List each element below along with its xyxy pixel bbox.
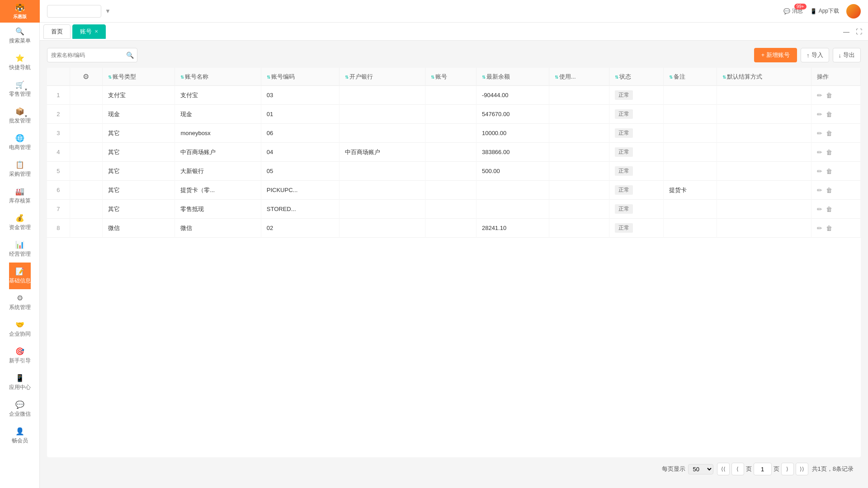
header-dropdown-icon[interactable]: ▼ bbox=[105, 8, 111, 14]
sidebar-item-finance[interactable]: 💰资金管理 bbox=[9, 209, 31, 236]
edit-button[interactable]: ✏ bbox=[817, 168, 822, 175]
edit-button[interactable]: ✏ bbox=[817, 92, 822, 99]
header-search-input[interactable] bbox=[47, 5, 101, 18]
edit-button[interactable]: ✏ bbox=[817, 225, 822, 232]
col-balance[interactable]: ⇅最新余额 bbox=[476, 68, 549, 86]
sidebar-label-corpwechat: 企业微信 bbox=[9, 410, 31, 418]
sidebar-item-retail[interactable]: 🛒零售管理 bbox=[9, 76, 31, 103]
search-box: 🔍 bbox=[47, 48, 137, 62]
row-actions: ✏ 🗑 bbox=[811, 143, 860, 162]
tab-home[interactable]: 首页 bbox=[43, 24, 71, 39]
sidebar-item-appcenter[interactable]: 📱应用中心 bbox=[9, 369, 31, 396]
delete-button[interactable]: 🗑 bbox=[826, 130, 832, 137]
sidebar-label-wholesale: 批发管理 bbox=[9, 117, 31, 125]
edit-button[interactable]: ✏ bbox=[817, 149, 822, 156]
delete-button[interactable]: 🗑 bbox=[826, 168, 832, 175]
col-status[interactable]: ⇅状态 bbox=[609, 68, 663, 86]
row-index: 5 bbox=[47, 162, 70, 181]
table-row: 6 其它 提货卡（零... PICKUPC... 正常 提货卡 ✏ 🗑 bbox=[47, 181, 861, 200]
page-last-button[interactable]: ⟩⟩ bbox=[796, 463, 808, 475]
guide-icon: 🎯 bbox=[15, 347, 24, 356]
col-account[interactable]: ⇅账号 bbox=[425, 68, 476, 86]
page-next-button[interactable]: ⟩ bbox=[781, 463, 794, 475]
sidebar-item-wholesale[interactable]: 📦批发管理 bbox=[9, 103, 31, 129]
delete-button[interactable]: 🗑 bbox=[826, 149, 832, 156]
col-code[interactable]: ⇅账号编码 bbox=[261, 68, 339, 86]
row-type: 其它 bbox=[102, 124, 175, 143]
edit-button[interactable]: ✏ bbox=[817, 206, 822, 213]
row-type: 其它 bbox=[102, 181, 175, 200]
user-avatar[interactable] bbox=[846, 4, 861, 19]
search-button[interactable]: 🔍 bbox=[123, 48, 137, 62]
sidebar-item-system[interactable]: ⚙系统管理 bbox=[9, 289, 31, 316]
message-button[interactable]: 💬 消息 99+ bbox=[783, 7, 803, 15]
search-input[interactable] bbox=[47, 52, 123, 58]
col-type[interactable]: ⇅账号类型 bbox=[102, 68, 175, 86]
import-button[interactable]: ↑ 导入 bbox=[801, 48, 829, 62]
sidebar-item-ecommerce[interactable]: 🌐电商管理 bbox=[9, 129, 31, 156]
row-status: 正常 bbox=[609, 200, 663, 219]
sidebar-item-operations[interactable]: 📊经营管理 bbox=[9, 236, 31, 263]
row-type: 其它 bbox=[102, 162, 175, 181]
top-header: ▼ 💬 消息 99+ 📱 App下载 bbox=[40, 0, 868, 23]
tab-expand-button[interactable]: ⛶ bbox=[854, 26, 864, 37]
add-account-button[interactable]: + 新增账号 bbox=[754, 48, 797, 62]
edit-button[interactable]: ✏ bbox=[817, 187, 822, 194]
sidebar-item-purchase[interactable]: 📋采购管理 bbox=[9, 156, 31, 183]
row-settle bbox=[717, 124, 811, 143]
content-area: 🔍 + 新增账号 ↑ 导入 ↓ 导出 ⚙ bbox=[40, 41, 868, 488]
sidebar: 🐯 乐惠版 🔍搜索菜单⭐快捷导航🛒零售管理📦批发管理🌐电商管理📋采购管理🏭库存核… bbox=[0, 0, 40, 488]
delete-button[interactable]: 🗑 bbox=[826, 111, 832, 118]
wholesale-icon: 📦 bbox=[15, 107, 24, 116]
row-bank bbox=[339, 162, 425, 181]
row-type: 其它 bbox=[102, 143, 175, 162]
col-bank[interactable]: ⇅开户银行 bbox=[339, 68, 425, 86]
tab-account[interactable]: 账号 ✕ bbox=[72, 24, 106, 39]
sidebar-item-quicknav[interactable]: ⭐快捷导航 bbox=[9, 49, 31, 76]
app-download-button[interactable]: 📱 App下载 bbox=[810, 7, 839, 15]
row-account bbox=[425, 124, 476, 143]
tab-account-close[interactable]: ✕ bbox=[94, 29, 98, 34]
col-remark[interactable]: ⇅备注 bbox=[663, 68, 717, 86]
table-container: ⚙ ⇅账号类型 ⇅账号名称 ⇅账号编码 ⇅开户银行 ⇅账号 ⇅最新余额 ⇅使用.… bbox=[47, 68, 861, 457]
page-size-select[interactable]: 50 20 100 bbox=[688, 464, 713, 474]
sidebar-label-inventory: 库存核算 bbox=[9, 197, 31, 205]
col-settle[interactable]: ⇅默认结算方式 bbox=[717, 68, 811, 86]
row-index: 4 bbox=[47, 143, 70, 162]
sidebar-item-corpwechat[interactable]: 💬企业微信 bbox=[9, 396, 31, 422]
delete-button[interactable]: 🗑 bbox=[826, 206, 832, 213]
sidebar-item-member[interactable]: 👤畅会员 bbox=[9, 422, 31, 449]
member-icon: 👤 bbox=[15, 427, 24, 436]
table-settings-icon[interactable]: ⚙ bbox=[83, 73, 89, 80]
row-remark bbox=[663, 162, 717, 181]
sidebar-item-guide[interactable]: 🎯新手引导 bbox=[9, 343, 31, 369]
sidebar-item-basic[interactable]: 📝基础信息 bbox=[9, 263, 31, 289]
row-settings bbox=[70, 124, 102, 143]
page-first-button[interactable]: ⟨⟨ bbox=[717, 463, 730, 475]
tab-home-label: 首页 bbox=[51, 28, 63, 36]
row-bank bbox=[339, 181, 425, 200]
page-number-input[interactable] bbox=[754, 463, 772, 475]
sidebar-item-inventory[interactable]: 🏭库存核算 bbox=[9, 183, 31, 209]
delete-button[interactable]: 🗑 bbox=[826, 187, 832, 194]
delete-button[interactable]: 🗑 bbox=[826, 225, 832, 232]
col-usage[interactable]: ⇅使用... bbox=[549, 68, 609, 86]
page-size-label: 每页显示 bbox=[662, 465, 685, 473]
message-icon: 💬 bbox=[783, 8, 790, 14]
sidebar-item-enterprise[interactable]: 🤝企业协同 bbox=[9, 316, 31, 343]
row-bank bbox=[339, 200, 425, 219]
sidebar-label-guide: 新手引导 bbox=[9, 357, 31, 365]
row-usage bbox=[549, 105, 609, 124]
col-settings[interactable]: ⚙ bbox=[70, 68, 102, 86]
edit-button[interactable]: ✏ bbox=[817, 130, 822, 137]
page-prev-button[interactable]: ⟨ bbox=[731, 463, 744, 475]
row-remark bbox=[663, 105, 717, 124]
delete-button[interactable]: 🗑 bbox=[826, 92, 832, 99]
sidebar-item-search[interactable]: 🔍搜索菜单 bbox=[9, 23, 31, 49]
edit-button[interactable]: ✏ bbox=[817, 111, 822, 118]
export-icon: ↓ bbox=[839, 52, 842, 59]
export-button[interactable]: ↓ 导出 bbox=[833, 48, 861, 62]
row-actions: ✏ 🗑 bbox=[811, 219, 860, 238]
tab-minimize-button[interactable]: — bbox=[841, 26, 852, 37]
col-name[interactable]: ⇅账号名称 bbox=[175, 68, 261, 86]
